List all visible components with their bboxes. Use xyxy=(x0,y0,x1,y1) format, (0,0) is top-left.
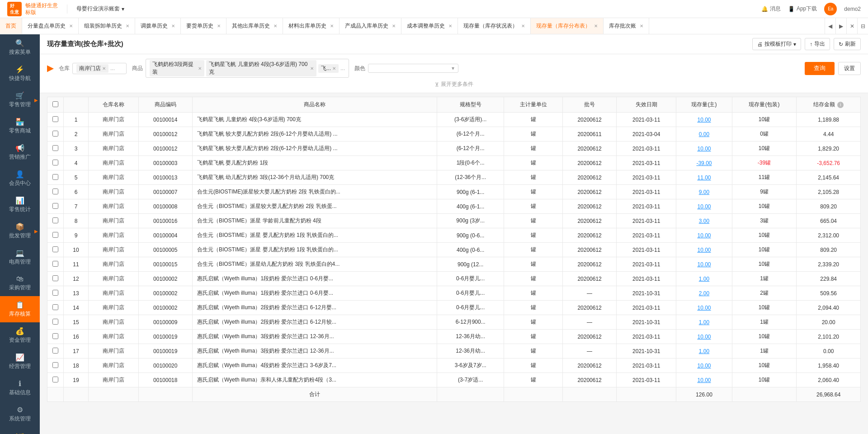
sidebar-item-enterprise[interactable]: 🤝 企业协同 xyxy=(0,427,40,434)
th-check[interactable] xyxy=(47,97,64,113)
close-icon[interactable]: ✕ xyxy=(332,66,336,71)
sidebar-item-retail-stats[interactable]: 📊 零售统计 xyxy=(0,192,40,218)
row-check[interactable] xyxy=(47,228,64,243)
sidebar-item-retail[interactable]: 🛒 零售管理 ▶ xyxy=(0,87,40,113)
close-icon[interactable]: ✕ xyxy=(102,66,106,71)
setting-btn[interactable]: 设置 xyxy=(838,62,861,75)
close-icon[interactable]: ✕ xyxy=(521,24,525,28)
row-qty[interactable]: 10.00 xyxy=(676,257,732,272)
row-qty[interactable]: 10.00 xyxy=(676,301,732,315)
row-check[interactable] xyxy=(47,127,64,142)
row-qty[interactable]: 10.00 xyxy=(676,373,732,387)
sidebar-item-wholesale[interactable]: 📦 批发管理 ▶ xyxy=(0,218,40,244)
tab-material-out[interactable]: 材料出库单历史 ✕ xyxy=(283,18,340,34)
row-qty[interactable]: 2.00 xyxy=(676,286,732,301)
store-selector[interactable]: 母婴行业演示账套 ▾ xyxy=(76,5,124,13)
close-icon[interactable]: ✕ xyxy=(69,24,73,28)
export-btn[interactable]: ↑ 导出 xyxy=(805,38,830,50)
product-tag-container[interactable]: 飞鹤奶粉3段两提装 ✕ 飞鹤星飞帆 儿童奶粉 4段(3-6岁适用) 700克 ✕… xyxy=(146,59,349,78)
row-check[interactable] xyxy=(47,170,64,185)
sidebar-item-inventory[interactable]: 📋 库存核算 xyxy=(0,296,40,322)
tab-other-out[interactable]: 其他出库单历史 ✕ xyxy=(226,18,283,34)
tab-cost-adjust[interactable]: 成本调整单历史 ✕ xyxy=(401,18,458,34)
row-qty[interactable]: 1.00 xyxy=(676,344,732,359)
close-icon[interactable]: ✕ xyxy=(171,24,175,28)
tab-stock-status[interactable]: 现存量（库存状况表） ✕ xyxy=(458,18,531,34)
sidebar-item-quick-nav[interactable]: ⚡ 快捷导航 xyxy=(0,61,40,87)
sidebar-item-system[interactable]: ⚙ 系统管理 xyxy=(0,401,40,427)
row-qty[interactable]: 1.00 xyxy=(676,272,732,286)
row-qty[interactable]: 10.00 xyxy=(676,113,732,127)
sidebar-item-purchase[interactable]: 🛍 采购管理 xyxy=(0,270,40,296)
tab-home[interactable]: 首页 xyxy=(0,18,22,34)
tab-split-inventory[interactable]: 分量盘点单历史 ✕ xyxy=(22,18,79,34)
close-icon[interactable]: ✕ xyxy=(448,24,452,28)
amount-info-icon[interactable]: i xyxy=(837,102,844,108)
select-all-checkbox[interactable] xyxy=(52,101,58,107)
tab-query-order[interactable]: 调拨单历史 ✕ xyxy=(135,18,181,34)
row-qty[interactable]: -39.00 xyxy=(676,156,732,170)
row-qty[interactable]: 10.00 xyxy=(676,359,732,373)
row-check[interactable] xyxy=(47,272,64,286)
row-check[interactable] xyxy=(47,243,64,257)
refresh-btn[interactable]: ↻ 刷新 xyxy=(834,38,861,50)
close-icon[interactable]: ✕ xyxy=(217,24,221,28)
close-icon[interactable]: ✕ xyxy=(274,24,277,28)
close-icon[interactable]: ✕ xyxy=(198,66,202,71)
tab-dismantle[interactable]: 组装拆卸单历史 ✕ xyxy=(79,18,135,34)
row-check[interactable] xyxy=(47,373,64,387)
message-btn[interactable]: 🔔 消息 xyxy=(761,5,781,13)
row-check[interactable] xyxy=(47,142,64,156)
app-download-btn[interactable]: 📱 App下载 xyxy=(788,5,817,13)
sidebar-item-retail-shop[interactable]: 🏪 零售商城 xyxy=(0,113,40,139)
sidebar-item-marketing[interactable]: 📢 营销推广 xyxy=(0,139,40,165)
row-qty[interactable]: 10.00 xyxy=(676,228,732,243)
tab-batch-ledger[interactable]: 库存批次账 ✕ xyxy=(604,18,649,34)
row-check[interactable] xyxy=(47,301,64,315)
row-check[interactable] xyxy=(47,330,64,344)
tab-require-order[interactable]: 要货单历史 ✕ xyxy=(181,18,226,34)
row-qty[interactable]: 10.00 xyxy=(676,199,732,214)
row-check[interactable] xyxy=(47,156,64,170)
tab-next-btn[interactable]: ▶ xyxy=(835,18,846,34)
close-icon[interactable]: ✕ xyxy=(640,24,643,28)
sidebar-item-member[interactable]: 👤 会员中心 xyxy=(0,165,40,192)
search-btn[interactable]: 查询 xyxy=(805,62,835,75)
sidebar-item-ecommerce[interactable]: 💻 电商管理 xyxy=(0,244,40,270)
row-check[interactable] xyxy=(47,359,64,373)
close-icon[interactable]: ✕ xyxy=(392,24,396,28)
warehouse-tag-container[interactable]: 南岸门店 ✕ ... xyxy=(72,63,127,74)
row-check[interactable] xyxy=(47,113,64,127)
tab-stock-dist[interactable]: 现存量（库存分布表） ✕ xyxy=(531,18,604,34)
row-check[interactable] xyxy=(47,185,64,199)
sidebar-item-basic-info[interactable]: ℹ 基础信息 xyxy=(0,375,40,401)
row-qty[interactable]: 3.00 xyxy=(676,214,732,228)
row-qty[interactable]: 10.00 xyxy=(676,243,732,257)
tab-close-btn[interactable]: ✕ xyxy=(846,18,857,34)
row-qty[interactable]: 11.00 xyxy=(676,170,732,185)
tab-product-in[interactable]: 产成品入库单历史 ✕ xyxy=(340,18,401,34)
sidebar-item-search[interactable]: 🔍 搜索英单 xyxy=(0,34,40,61)
row-qty[interactable]: 9.00 xyxy=(676,185,732,199)
close-icon[interactable]: ✕ xyxy=(594,24,598,28)
tab-menu-btn[interactable]: ⊟ xyxy=(857,18,868,34)
row-qty[interactable]: 10.00 xyxy=(676,330,732,344)
close-icon[interactable]: ✕ xyxy=(330,24,334,28)
row-check[interactable] xyxy=(47,315,64,330)
row-qty[interactable]: 0.00 xyxy=(676,127,732,142)
row-check[interactable] xyxy=(47,214,64,228)
row-check[interactable] xyxy=(47,344,64,359)
close-icon[interactable]: ✕ xyxy=(310,66,314,71)
row-qty[interactable]: 1.00 xyxy=(676,315,732,330)
row-check[interactable] xyxy=(47,199,64,214)
avatar[interactable]: Ea xyxy=(824,3,837,15)
color-tag-container[interactable]: ▾ xyxy=(368,64,458,73)
expand-arrow-btn[interactable]: ▶ xyxy=(47,63,53,73)
print-btn[interactable]: 🖨 按模板打印 ▾ xyxy=(752,38,801,50)
expand-more-btn[interactable]: ⊻ 展开更多条件 xyxy=(435,80,473,88)
sidebar-item-finance[interactable]: 💰 资金管理 xyxy=(0,322,40,349)
close-icon[interactable]: ✕ xyxy=(126,24,129,28)
row-check[interactable] xyxy=(47,286,64,301)
tab-prev-btn[interactable]: ◀ xyxy=(825,18,835,34)
row-check[interactable] xyxy=(47,257,64,272)
